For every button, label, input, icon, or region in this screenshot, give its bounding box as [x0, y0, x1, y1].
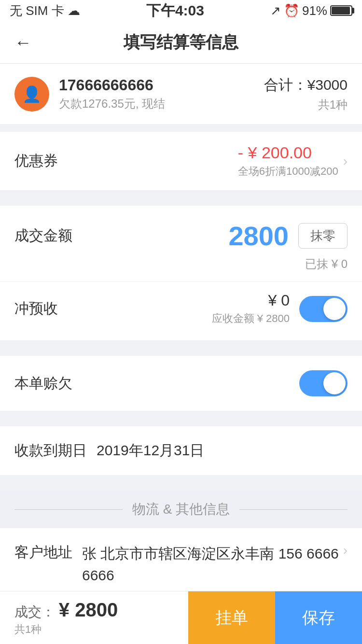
hang-button[interactable]: 挂单 — [188, 591, 275, 644]
arrear-label: 本单赊欠 — [14, 374, 72, 393]
total-amount: 合计：¥3000 — [264, 75, 348, 95]
prepay-row: 冲预收 ¥ 0 应收金额 ¥ 2800 — [0, 281, 362, 340]
duedate-label: 收款到期日 — [14, 441, 87, 461]
divider-2 — [0, 348, 362, 356]
round-button[interactable]: 抹零 — [298, 223, 348, 249]
logistics-label: 物流 & 其他信息 — [132, 500, 230, 518]
summary-prefix: 成交： — [14, 604, 55, 619]
deal-sub: 已抹 ¥ 0 — [0, 256, 362, 281]
arrear-section: 本单赊欠 — [0, 356, 362, 411]
logistics-line-left — [14, 509, 123, 510]
status-time: 下午4:03 — [146, 1, 204, 21]
customer-info: 17666666666 欠款1276.35元, 现结 — [59, 76, 165, 112]
page-title: 填写结算等信息 — [42, 31, 320, 54]
sim-status: 无 SIM 卡 ☁ — [10, 2, 80, 19]
nav-bar: ← 填写结算等信息 — [0, 21, 362, 64]
bottom-summary: 成交： ¥ 2800 共1种 — [0, 599, 188, 637]
duedate-value: 2019年12月31日 — [97, 441, 204, 461]
coupon-desc: 全场6折满1000减200 — [238, 164, 338, 179]
divider-4 — [0, 483, 362, 490]
status-left: 无 SIM 卡 ☁ — [10, 2, 80, 19]
toggle-knob — [323, 298, 346, 320]
divider-1 — [0, 198, 362, 206]
customer-phone: 17666666666 — [59, 76, 165, 94]
alarm-icon: ⏰ — [284, 3, 299, 18]
deal-amount: 2800 — [228, 220, 289, 252]
divider-3 — [0, 419, 362, 426]
direction-icon: ↗ — [270, 3, 281, 18]
chevron-right-icon: › — [343, 154, 348, 169]
customer-sub: 欠款1276.35元, 现结 — [59, 96, 165, 112]
status-right: ↗ ⏰ 91% — [270, 3, 352, 18]
arrear-toggle[interactable] — [299, 370, 348, 396]
duedate-section: 收款到期日 2019年12月31日 — [0, 426, 362, 475]
battery-icon — [330, 5, 352, 16]
deal-label: 成交金额 — [14, 226, 72, 246]
address-section[interactable]: 客户地址 张 北京市市辖区海淀区永丰南 156 6666 6666 › — [0, 528, 362, 601]
coupon-label: 优惠券 — [14, 151, 58, 171]
prepay-label: 冲预收 — [14, 299, 58, 319]
back-button[interactable]: ← — [14, 32, 32, 53]
arrear-toggle-knob — [323, 372, 346, 394]
prepay-sub: 应收金额 ¥ 2800 — [212, 311, 290, 326]
total-sub: 共1种 — [264, 97, 348, 112]
customer-section: 👤 17666666666 欠款1276.35元, 现结 合计：¥3000 共1… — [0, 64, 362, 124]
address-label: 客户地址 — [14, 543, 72, 562]
logistics-header: 物流 & 其他信息 — [0, 490, 362, 528]
coupon-right: - ¥ 200.00 全场6折满1000减200 › — [238, 143, 348, 179]
bottom-summary-main: 成交： ¥ 2800 — [14, 599, 174, 621]
battery-percent: 91% — [302, 3, 327, 18]
avatar: 👤 — [14, 77, 49, 112]
prepay-amount: ¥ 0 — [212, 292, 290, 309]
address-chevron-icon: › — [343, 543, 348, 558]
address-value: 张 北京市市辖区海淀区永丰南 156 6666 6666 — [82, 543, 343, 586]
save-button[interactable]: 保存 — [275, 591, 362, 644]
deal-section: 成交金额 2800 抹零 已抹 ¥ 0 冲预收 ¥ 0 应收金额 ¥ 2800 — [0, 206, 362, 340]
bottom-summary-sub: 共1种 — [14, 622, 174, 637]
logistics-line-right — [239, 509, 348, 510]
coupon-discount: - ¥ 200.00 — [238, 143, 338, 162]
status-bar: 无 SIM 卡 ☁ 下午4:03 ↗ ⏰ 91% — [0, 0, 362, 21]
coupon-section[interactable]: 优惠券 - ¥ 200.00 全场6折满1000减200 › — [0, 132, 362, 190]
summary-amount: ¥ 2800 — [59, 599, 118, 620]
customer-total: 合计：¥3000 共1种 — [264, 75, 348, 112]
prepay-toggle[interactable] — [299, 296, 348, 322]
bottom-bar: 成交： ¥ 2800 共1种 挂单 保存 — [0, 591, 362, 644]
